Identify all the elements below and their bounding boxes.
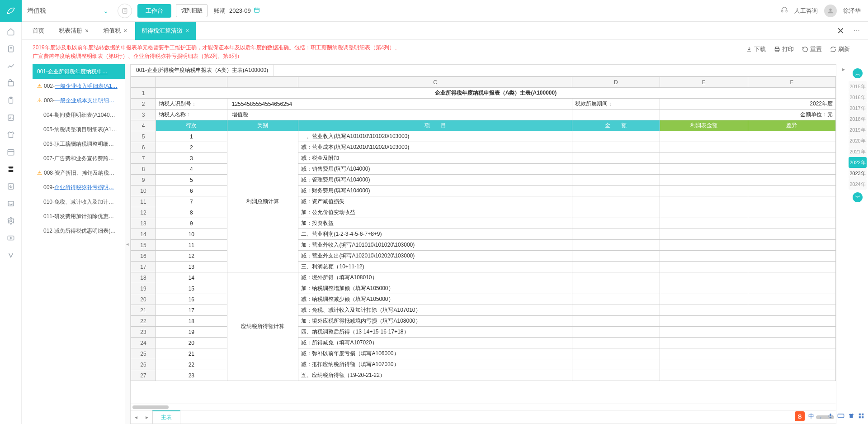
value-cell[interactable]	[572, 327, 660, 338]
value-cell[interactable]	[572, 283, 660, 294]
collapse-handle[interactable]: ◂	[125, 64, 130, 424]
value-cell[interactable]	[572, 153, 660, 164]
value-cell[interactable]	[748, 359, 835, 370]
value-cell[interactable]	[748, 272, 835, 283]
value-cell[interactable]	[572, 196, 660, 207]
value-cell[interactable]	[660, 164, 748, 175]
value-cell[interactable]	[748, 338, 835, 348]
more-tabs-icon[interactable]: ⋯	[850, 27, 863, 34]
value-cell[interactable]	[572, 175, 660, 186]
nav-clipboard-icon[interactable]	[6, 96, 15, 105]
value-cell[interactable]	[748, 229, 835, 240]
value-cell[interactable]	[748, 262, 835, 272]
refresh-button[interactable]: 刷新	[830, 45, 850, 53]
year-pill[interactable]: 2022年	[849, 157, 867, 168]
value-cell[interactable]	[572, 240, 660, 251]
value-cell[interactable]	[660, 359, 748, 370]
value-cell[interactable]	[660, 283, 748, 294]
value-cell[interactable]	[660, 251, 748, 262]
value-cell[interactable]	[660, 272, 748, 283]
value-cell[interactable]	[748, 251, 835, 262]
avatar-icon[interactable]	[824, 5, 837, 17]
value-cell[interactable]	[660, 218, 748, 229]
form-list-item[interactable]: 010-免税、减计收入及加计…	[33, 195, 125, 209]
print-button[interactable]: 打印	[774, 45, 794, 53]
value-cell[interactable]	[748, 153, 835, 164]
ime-tools-icon[interactable]	[858, 413, 864, 420]
form-list-item[interactable]: 006-职工薪酬纳税调整明细…	[33, 137, 125, 151]
nav-settings-icon[interactable]	[6, 216, 15, 225]
value-cell[interactable]	[572, 272, 660, 283]
nav-doc-icon[interactable]	[6, 44, 15, 53]
header-circle-button[interactable]	[118, 4, 132, 18]
nav-bag-icon[interactable]	[6, 79, 15, 88]
tab-item[interactable]: 增值税×	[97, 22, 133, 40]
form-list-item[interactable]: 011-研发费用加计扣除优惠…	[33, 209, 125, 224]
year-pill[interactable]: 2016年	[849, 92, 867, 103]
calendar-icon[interactable]	[254, 7, 260, 14]
form-list-item[interactable]: ⚠003-一般企业成本支出明细…	[33, 93, 125, 108]
nav-calendar-icon[interactable]	[6, 148, 15, 157]
value-cell[interactable]	[660, 262, 748, 272]
form-list-item[interactable]: 007-广告费和业务宣传费跨…	[33, 151, 125, 166]
sheet-expand-icon[interactable]: ▸	[840, 64, 847, 424]
year-pill[interactable]: 2019年	[849, 124, 867, 135]
sheet-next-icon[interactable]: ▸	[142, 414, 152, 420]
value-cell[interactable]	[748, 305, 835, 316]
ime-keyboard-icon[interactable]	[837, 413, 844, 420]
close-all-tabs-icon[interactable]: ✕	[833, 25, 848, 36]
value-cell[interactable]	[660, 153, 748, 164]
value-cell[interactable]	[572, 207, 660, 218]
sheet-hscroll[interactable]	[131, 404, 836, 410]
value-cell[interactable]	[572, 262, 660, 272]
value-cell[interactable]	[748, 207, 835, 218]
workbench-button[interactable]: 工作台	[137, 4, 171, 18]
value-cell[interactable]	[748, 316, 835, 327]
value-cell[interactable]	[748, 186, 835, 196]
year-up-icon[interactable]: ︽	[853, 68, 863, 78]
value-cell[interactable]	[748, 164, 835, 175]
nav-export-icon[interactable]	[6, 182, 15, 191]
nav-chart-icon[interactable]	[6, 62, 15, 71]
value-cell[interactable]	[572, 251, 660, 262]
value-cell[interactable]	[748, 294, 835, 305]
value-cell[interactable]	[572, 131, 660, 142]
sheet-prev-icon[interactable]: ◂	[131, 414, 142, 420]
tab-close-icon[interactable]: ×	[85, 27, 89, 34]
form-list-item[interactable]: 004-期间费用明细表(A1040…	[33, 108, 125, 122]
value-cell[interactable]	[660, 348, 748, 359]
ime-item[interactable]: 中	[808, 412, 814, 420]
value-cell[interactable]	[660, 370, 748, 381]
value-cell[interactable]	[748, 348, 835, 359]
value-cell[interactable]	[660, 240, 748, 251]
ime-mic-icon[interactable]	[827, 413, 834, 420]
app-logo[interactable]	[0, 0, 22, 22]
period-value[interactable]: 2023-09	[229, 7, 251, 14]
form-list-item[interactable]: 012-减免所得税优惠明细表(…	[33, 224, 125, 238]
sheet-footer-tab[interactable]: 主表	[152, 410, 180, 424]
value-cell[interactable]	[660, 294, 748, 305]
form-list-item[interactable]: ⚠008-资产折旧、摊销及纳税…	[33, 166, 125, 180]
value-cell[interactable]	[660, 131, 748, 142]
tab-item[interactable]: 所得税汇算清缴×	[135, 22, 195, 40]
form-list-item[interactable]: ⚠002-一般企业收入明细表(A1…	[33, 79, 125, 93]
year-pill[interactable]: 2020年	[849, 135, 867, 146]
year-down-icon[interactable]: ︾	[853, 192, 863, 202]
sheet-name-tab[interactable]: 001-企业所得税年度纳税申报表（A类）主表(A100000)	[131, 65, 274, 76]
value-cell[interactable]	[572, 294, 660, 305]
value-cell[interactable]	[748, 327, 835, 338]
support-link[interactable]: 人工咨询	[794, 7, 818, 15]
nav-v-icon[interactable]	[6, 251, 15, 260]
value-cell[interactable]	[572, 359, 660, 370]
value-cell[interactable]	[660, 338, 748, 348]
year-pill[interactable]: 2024年	[849, 179, 867, 190]
value-cell[interactable]	[572, 186, 660, 196]
company-selector[interactable]: 增值税 ⌄	[27, 7, 108, 15]
value-cell[interactable]	[660, 142, 748, 153]
tab-close-icon[interactable]: ×	[123, 27, 127, 34]
form-list-item[interactable]: 009-企业所得税弥补亏损明…	[33, 180, 125, 195]
value-cell[interactable]	[748, 175, 835, 186]
nav-tax-icon[interactable]	[6, 165, 15, 174]
year-pill[interactable]: 2015年	[849, 81, 867, 92]
ime-skin-icon[interactable]	[848, 413, 854, 420]
